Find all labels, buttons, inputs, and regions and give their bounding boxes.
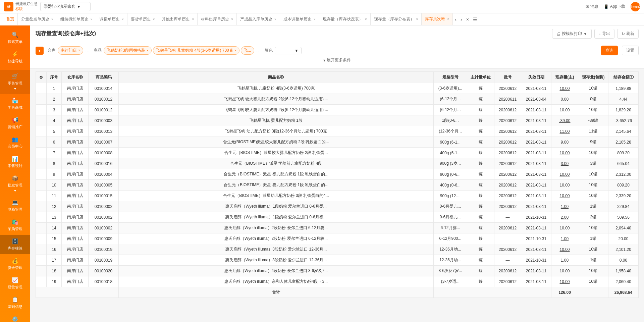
- refresh-btn[interactable]: ↻ 刷新: [617, 29, 639, 39]
- tab-pici[interactable]: 库存批次帐 ×: [422, 13, 453, 25]
- color-dropdown[interactable]: ▼: [275, 47, 302, 54]
- table-row: 15 南岸门店 00100009 惠氏启醇（Wyeth illuma）2段奶粉 …: [36, 233, 639, 244]
- content-area: 现存量查询(按仓库+批次) 🖨 按模板打印 ▼ ↓ 导出 ↻ 刷新: [30, 25, 644, 322]
- product-tag-extra[interactable]: 飞...: [241, 46, 254, 55]
- tab-close-fen[interactable]: ×: [51, 17, 53, 21]
- tab-xianzai1[interactable]: 现存量（库存状况表） ×: [319, 13, 371, 25]
- system-icon: ⚙️: [12, 316, 18, 322]
- table-row: 1 南岸门店 00100014 飞鹤星飞帆 儿童奶粉 4段(3-6岁适用) 70…: [36, 83, 639, 94]
- print-btn[interactable]: 🖨 按模板打印 ▼: [552, 29, 592, 39]
- product-tags: 飞鹤奶粉3段同捆搭装 × 飞鹤星飞帆 儿童奶粉 4段(3-6岁适用) 700克 …: [104, 46, 254, 55]
- sidebar-item-basic[interactable]: 📋 基础信息: [0, 293, 30, 313]
- sidebar-item-purchase[interactable]: 🛍️ 采购管理: [0, 215, 30, 235]
- table-row: 16 南岸门店 00100019 惠氏启醇（Wyeth illuma）3段奶粉 …: [36, 244, 639, 255]
- tab-close-diaoboh[interactable]: ×: [122, 17, 124, 21]
- sidebar-item-member[interactable]: 👥 会员中心: [0, 133, 30, 152]
- table-row: 8 南岸门店 00100016 合生元（BIOSTIME）派星 学龄前儿童配方奶…: [36, 158, 639, 169]
- sidebar-item-inventory[interactable]: 🗄️ 库存核算: [0, 235, 30, 254]
- expand-more-btn[interactable]: ▾ 展开更多条件: [36, 55, 639, 65]
- tab-next[interactable]: ›: [459, 15, 464, 23]
- tab-chengben[interactable]: 成本调整单历史 ×: [280, 13, 319, 25]
- warehouse-tag[interactable]: 南岸门店 ×: [58, 46, 83, 55]
- header-right: ✉ 消息 📱 App下载 demo2: [586, 2, 640, 11]
- sidebar-item-wholesale[interactable]: 📦 批发管理 ▼: [0, 172, 30, 196]
- col-name: 商品名称: [119, 72, 434, 83]
- tab-close-chengben[interactable]: ×: [314, 17, 316, 21]
- product-tag-2-close[interactable]: ×: [234, 49, 236, 52]
- message-action[interactable]: ✉ 消息: [586, 4, 598, 9]
- tab-close-xianzai1[interactable]: ×: [365, 17, 367, 21]
- warehouse-tag-close[interactable]: ×: [78, 49, 80, 52]
- filter-area: › 合库 南岸门店 × ... 商品 飞鹤奶粉3段同捆搭装 ×: [30, 42, 644, 69]
- tab-close-chengpin[interactable]: ×: [274, 17, 276, 21]
- tab-close-qita[interactable]: ×: [192, 17, 194, 21]
- sidebar-item-system[interactable]: ⚙️ 系统管理: [0, 313, 30, 322]
- tab-close-yaohuo[interactable]: ×: [153, 17, 155, 21]
- tab-zucai[interactable]: 组装拆卸单历史 ×: [57, 13, 96, 25]
- tab-diaoboh[interactable]: 调拨单历史 ×: [96, 13, 127, 25]
- footer-total-stock: 126.00: [551, 287, 578, 298]
- tab-close-xianzai2[interactable]: ×: [416, 17, 418, 21]
- product-dots[interactable]: ...: [256, 48, 261, 54]
- tab-close-cailiao[interactable]: ×: [231, 17, 233, 21]
- sidebar-item-search[interactable]: 🔍 搜索英单: [0, 28, 30, 48]
- logo-label: 标版: [15, 6, 38, 11]
- quick-icon: ⚡: [12, 51, 18, 57]
- sidebar-item-shop[interactable]: 🏪 零售商城: [0, 94, 30, 113]
- main-layout: 🔍 搜索英单 ⚡ 快捷导航 🛒 零售管理 ▼ 🏪 零售商城 📢 营销推广 👥 会…: [0, 25, 644, 322]
- finance-icon: 💰: [12, 258, 18, 264]
- footer-label: 合计: [119, 287, 434, 298]
- expand-filter-btn[interactable]: ›: [36, 47, 44, 55]
- tab-yaohuo[interactable]: 要货单历史 ×: [127, 13, 159, 25]
- table-row: 10 南岸门店 00100005 合生元（BIOSTIME）派星 婴儿配方奶粉 …: [36, 180, 639, 191]
- store-selector[interactable]: 母婴行业演示账套 ▼: [40, 2, 91, 11]
- col-stock-main: 现存量(主): [551, 72, 578, 83]
- sidebar-item-stats[interactable]: 📊 零售统计: [0, 152, 30, 172]
- col-expire: 失效日期: [521, 72, 551, 83]
- tab-home[interactable]: 首页: [3, 13, 18, 25]
- sidebar-item-quick[interactable]: ⚡ 快捷导航: [0, 48, 30, 67]
- data-table: ⚙ 序号 仓库名称 商品编码 商品名称 规格型号 主计量单位 批号 失效日期 现…: [36, 71, 639, 298]
- tab-bar: 首页 分量盘点单历史 × 组装拆卸单历史 × 调拨单历史 × 要货单历史 × 其…: [0, 13, 644, 25]
- tab-xianzai2[interactable]: 现存量（库存分布表） ×: [371, 13, 422, 25]
- sidebar-item-ops[interactable]: 📈 经营管理: [0, 274, 30, 293]
- sidebar-item-ecommerce[interactable]: 💻 电商管理: [0, 196, 30, 215]
- query-btn[interactable]: 查询: [601, 46, 618, 55]
- product-tag-1-close[interactable]: ×: [147, 49, 149, 52]
- user-avatar[interactable]: demo2: [631, 2, 640, 11]
- tab-cailiao[interactable]: 材料出库单历史 ×: [198, 13, 237, 25]
- tab-chengpin[interactable]: 产成品入库单历史 ×: [237, 13, 280, 25]
- tab-prev[interactable]: ‹: [453, 15, 459, 23]
- table-row: 12 南岸门店 00100002 惠氏启醇（Wyeth illuma）1段奶粉 …: [36, 201, 639, 212]
- sidebar-item-retail[interactable]: 🛒 零售管理 ▼: [0, 70, 30, 94]
- sidebar-item-market[interactable]: 📢 营销推广: [0, 113, 30, 133]
- col-code: 商品编码: [89, 72, 119, 83]
- warehouse-dots[interactable]: ...: [85, 48, 90, 54]
- tab-menu[interactable]: ☰: [471, 15, 479, 23]
- member-icon: 👥: [12, 136, 18, 143]
- tab-close-all[interactable]: ×: [464, 15, 471, 23]
- product-filter: 商品 飞鹤奶粉3段同捆搭装 × 飞鹤星飞帆 儿童奶粉 4段(3-6岁适用) 70…: [94, 46, 261, 55]
- table-row: 18 南岸门店 00100020 惠氏启醇（Wyeth illuma）4段奶粉 …: [36, 266, 639, 276]
- tab-close-zucai[interactable]: ×: [91, 17, 93, 21]
- tab-qita[interactable]: 其他出库单历史 ×: [158, 13, 198, 25]
- product-tag-2[interactable]: 飞鹤星飞帆 儿童奶粉 4段(3-6岁适用) 700克 ×: [153, 46, 239, 55]
- col-setting[interactable]: ⚙: [36, 72, 47, 83]
- product-tag-1[interactable]: 飞鹤奶粉3段同捆搭装 ×: [104, 46, 152, 55]
- tab-fen[interactable]: 分量盘点单历史 ×: [18, 13, 57, 25]
- col-warehouse: 仓库名称: [62, 72, 89, 83]
- table-row: 3 南岸门店 00100012 飞鹤星飞帆 较大婴儿配方奶粉 2段(6-12个月…: [36, 105, 639, 115]
- retail-icon: 🛒: [12, 73, 18, 79]
- table-footer: 合计 126.00 26,968.64: [36, 287, 639, 298]
- logo-area: 好 畅捷通好生意 标版: [4, 2, 38, 11]
- ops-icon: 📈: [12, 277, 18, 283]
- settings-btn[interactable]: 设置: [622, 46, 639, 55]
- purchase-icon: 🛍️: [12, 219, 18, 225]
- table-header: ⚙ 序号 仓库名称 商品编码 商品名称 规格型号 主计量单位 批号 失效日期 现…: [36, 72, 639, 83]
- table-row: 4 南岸门店 00100003 飞鹤星飞帆 婴儿配方奶粉 1段 1段(0-6..…: [36, 115, 639, 126]
- sidebar-item-finance[interactable]: 💰 资金管理: [0, 254, 30, 274]
- export-btn[interactable]: ↓ 导出: [594, 29, 614, 39]
- col-unit: 主计量单位: [467, 72, 494, 83]
- app-download-action[interactable]: 📱 App下载: [604, 4, 625, 9]
- tab-close-pici[interactable]: ×: [447, 17, 449, 21]
